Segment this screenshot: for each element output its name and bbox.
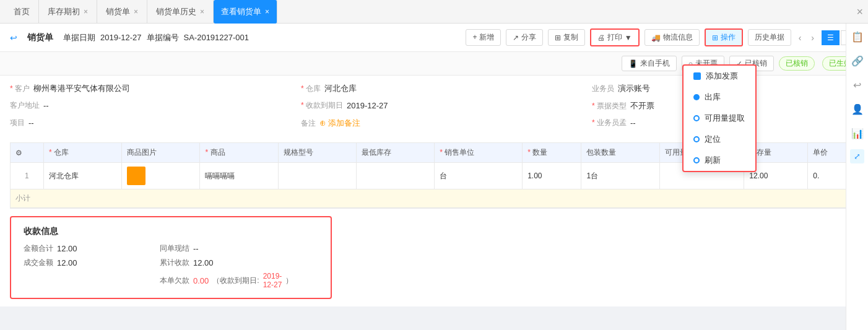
operation-button[interactable]: ⊞ 操作	[705, 28, 743, 46]
row-pack-qty: 1台	[581, 163, 659, 189]
ticket-type-value: 不开票	[630, 100, 654, 111]
warehouse-label: 仓库	[301, 84, 321, 94]
grid-icon: ⊞	[712, 33, 718, 42]
col-product: 商品	[200, 143, 278, 163]
doc-icon: ↩	[10, 33, 17, 43]
staff-value: 演示账号	[618, 83, 650, 94]
transaction-item: 同单现结 --	[160, 243, 284, 254]
due-date-label: 收款到期日	[301, 100, 343, 111]
project-label: 项目	[10, 118, 25, 128]
sidebar-link-icon[interactable]: 🔗	[849, 53, 866, 69]
deal-amount-label: 成交金额	[24, 258, 53, 268]
row-product: 嗝嗝嗝嗝	[200, 163, 278, 189]
tab-sales-history[interactable]: 销货单历史 ×	[147, 0, 214, 24]
due-date-value: 2019-12-27	[347, 101, 388, 110]
prev-arrow[interactable]: ‹	[796, 32, 804, 44]
print-dropdown-arrow[interactable]: ▼	[625, 33, 632, 42]
logistics-button[interactable]: 🚚 物流信息	[644, 29, 700, 46]
sold-tag[interactable]: 已核销	[779, 56, 815, 71]
add-remark-button[interactable]: ⊕ 添加备注	[319, 118, 360, 129]
row-spec	[278, 163, 356, 189]
customer-label: 客户	[10, 84, 30, 94]
phone-icon: 📱	[628, 59, 638, 68]
tab-view-sales[interactable]: 查看销货单 ×	[214, 0, 277, 24]
balance-note: （收款到期日:	[212, 276, 259, 286]
sidebar-return-icon[interactable]: ↩	[851, 77, 864, 93]
balance-detail-item: 本单欠款 0.00 （收款到期日: 2019-12-27 ）	[160, 272, 284, 289]
subtotal-row: 小计	[11, 189, 857, 208]
copy-button[interactable]: ⊞ 复制	[548, 29, 585, 46]
warehouse-field: 仓库 河北仓库	[301, 83, 567, 94]
truck-icon: 🚚	[651, 33, 661, 42]
row-warehouse: 河北仓库	[43, 163, 121, 189]
print-button[interactable]: 🖨 打印 ▼	[590, 28, 640, 46]
ship-out-item[interactable]: 出库	[684, 87, 755, 108]
sidebar-clipboard-icon[interactable]: 📋	[849, 28, 866, 45]
warehouse-value: 河北仓库	[324, 83, 357, 94]
col-min-stock: 最低库存	[357, 143, 435, 163]
tab-home[interactable]: 首页	[5, 0, 39, 24]
balance-date: 2019-12-27	[263, 272, 282, 289]
tab-inventory-init[interactable]: 库存期初 ×	[39, 0, 97, 24]
doc-header-left: ↩ 销货单 单据日期 2019-12-27 单据编号 SA-20191227-0…	[10, 32, 249, 43]
sidebar-user-icon[interactable]: 👤	[849, 101, 866, 118]
date-value: 2019-12-27	[100, 33, 142, 42]
add-invoice-icon	[693, 72, 701, 80]
refresh-item[interactable]: 刷新	[684, 150, 755, 171]
subtotal-label: 小计	[11, 189, 857, 208]
refresh-icon	[693, 157, 700, 163]
payment-box: 收款信息 金额合计 12.00 同单现结 -- 成交金额 12.00 累计收款 …	[10, 216, 332, 299]
doc-header-right: + 新增 ↗ 分享 ⊞ 复制 🖨 打印 ▼ 🚚 物流信息 ⊞ 操作	[466, 28, 858, 46]
transaction-value: --	[193, 244, 199, 253]
operation-dropdown: 添加发票 出库 可用量提取 定位 刷新	[682, 64, 757, 172]
col-unit: 销售单位	[435, 143, 523, 163]
share-icon: ↗	[513, 33, 519, 42]
col-image: 商品图片	[122, 143, 200, 163]
new-button[interactable]: + 新增	[466, 29, 500, 46]
project-value: --	[28, 118, 34, 128]
number-value: SA-20191227-001	[184, 33, 250, 42]
ship-out-icon	[693, 94, 700, 100]
transaction-label: 同单现结	[160, 243, 189, 254]
balance-end: ）	[285, 276, 293, 286]
close-tab-inventory[interactable]: ×	[84, 7, 88, 16]
total-amount-item: 金额合计 12.00	[24, 243, 147, 254]
doc-header: ↩ 销货单 单据日期 2019-12-27 单据编号 SA-20191227-0…	[0, 24, 868, 52]
phone-source-button[interactable]: 📱 来自手机	[622, 56, 677, 71]
address-field: 客户地址 --	[10, 100, 276, 111]
tab-sales-order[interactable]: 销货单 ×	[97, 0, 147, 24]
close-window-button[interactable]: ×	[856, 5, 863, 18]
sidebar-chart-icon[interactable]: 📊	[849, 125, 866, 142]
date-label: 单据日期	[63, 32, 95, 43]
col-pack-qty: 包装数量	[581, 143, 659, 163]
locate-item[interactable]: 定位	[684, 129, 755, 150]
copy-icon: ⊞	[555, 33, 561, 42]
address-label: 客户地址	[10, 100, 40, 111]
close-tab-view-sales[interactable]: ×	[265, 7, 269, 16]
right-sidebar: 📋 🔗 ↩ 👤 📊 ⤢	[846, 24, 868, 306]
close-tab-sales[interactable]: ×	[134, 7, 138, 16]
project-field: 项目 --	[10, 118, 276, 128]
add-invoice-item[interactable]: 添加发票	[684, 66, 755, 87]
share-button[interactable]: ↗ 分享	[506, 29, 543, 46]
col-settings[interactable]: ⚙	[11, 143, 43, 163]
history-button[interactable]: 历史单据	[748, 29, 791, 46]
list-view-button[interactable]: ☰	[822, 30, 840, 45]
doc-meta: 单据日期 2019-12-27 单据编号 SA-20191227-001	[63, 32, 249, 43]
customer-field: 客户 柳州粤港平安气体有限公司	[10, 83, 276, 94]
sidebar-expand-icon[interactable]: ⤢	[850, 149, 864, 163]
remark-field: 备注 ⊕ 添加备注	[301, 118, 567, 129]
close-tab-history[interactable]: ×	[200, 7, 204, 16]
deal-amount-item: 成交金额 12.00	[24, 258, 147, 268]
address-value: --	[43, 101, 49, 110]
available-pick-item[interactable]: 可用量提取	[684, 108, 755, 129]
doc-title: 销货单	[27, 32, 53, 43]
row-num: 1	[11, 163, 43, 189]
next-arrow[interactable]: ›	[809, 32, 817, 44]
cumulative-value: 12.00	[193, 258, 214, 267]
balance-label: 本单欠款	[160, 276, 189, 286]
product-image	[127, 167, 145, 185]
row-min-stock	[357, 163, 435, 189]
salesperson-value: --	[630, 118, 636, 128]
total-amount-value: 12.00	[57, 244, 77, 253]
